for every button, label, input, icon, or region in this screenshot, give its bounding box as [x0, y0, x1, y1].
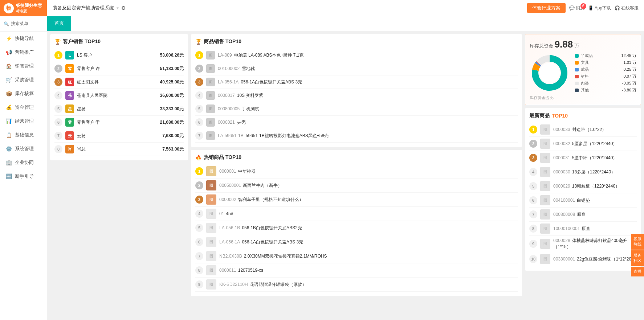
online-service-button[interactable]: 🎧 在线客服: [615, 5, 639, 11]
hot-product-item: 4 图 0145#: [195, 207, 518, 221]
sidebar-item-guide[interactable]: 🆕 新手引导: [0, 169, 47, 183]
rank-item: 8 肖 肖总 7,563.00元: [54, 143, 184, 156]
product-thumbnail: 图: [540, 124, 550, 135]
rank-number: 2: [195, 65, 203, 73]
rank-amount: 7,563.00元: [162, 146, 184, 152]
app-download-button[interactable]: 📱 App下载: [588, 5, 611, 11]
main-area: 装备及固定资产辅助管理系统 ▼ ⚙ 体验行业方案 💬 消息 6 📱 App下载 …: [47, 0, 644, 320]
rank-number: 1: [195, 167, 203, 175]
rank-number: 1: [54, 51, 62, 59]
float-btn-service[interactable]: 客服 热线: [631, 234, 644, 250]
rank-number: 5: [529, 182, 537, 190]
trial-button[interactable]: 体验行业方案: [527, 3, 566, 13]
float-btn-live[interactable]: 直播: [631, 267, 644, 276]
rank-avatar: 云: [65, 131, 74, 140]
sidebar-item-system[interactable]: ⚙️ 系统管理: [0, 142, 47, 156]
legend-value: 1.01 万: [624, 60, 636, 65]
rank-number: 3: [529, 154, 537, 162]
nav-tabs: 首页: [47, 16, 644, 31]
legend-item: 材料 0.07 万: [575, 74, 636, 79]
product-thumbnail: 图: [206, 166, 216, 176]
product-ranking-card: 🏆 商品销售 TOP10 1 图 LA-089电池盖 LA-089 ABS本色+…: [191, 34, 522, 147]
sidebar-item-basic[interactable]: 📋 基础信息: [0, 128, 47, 142]
sidebar-item-quick-nav[interactable]: ⚡ 快捷导航: [0, 32, 47, 45]
rank-number: 7: [529, 210, 537, 218]
rank-number: 6: [529, 196, 537, 204]
legend-value: 12.45 万: [621, 53, 636, 58]
product-thumbnail: 图: [540, 153, 550, 163]
donut-container: 半成品 12.45 万 文具 1.01 万 成品 0.25 万 材料 0.07 …: [530, 53, 636, 93]
legend-item: 其他 -3.86 万: [575, 87, 636, 93]
new-product-item: 4 图 000003018多层（1220*2440）: [529, 165, 637, 179]
customer-rank-list: 1 L LS 客户 53,006.26元 2 零 零售客户·许 51,183.0…: [54, 49, 184, 156]
rank-avatar: 图: [206, 78, 215, 86]
rank-number: 4: [195, 210, 203, 218]
rank-avatar: 图: [206, 131, 215, 140]
stock-icon: 📦: [5, 90, 12, 97]
hot-product-item: 2 图 000500001新西兰牛肉（新牛）: [195, 179, 518, 193]
sidebar-item-marketing[interactable]: 📢 营销推广: [0, 45, 47, 59]
guide-icon: 🆕: [5, 173, 12, 180]
product-thumbnail: 图: [540, 181, 550, 191]
product-info: 00000315厘中纤（1220*2440）: [553, 155, 637, 161]
product-thumbnail: 图: [540, 139, 550, 149]
rank-number: 2: [195, 181, 203, 189]
product-thumbnail: 图: [540, 167, 550, 177]
sidebar-logo: 畅 畅捷通好生意 标准版: [0, 0, 47, 16]
settings-icon[interactable]: ⚙: [121, 5, 126, 11]
dropdown-icon[interactable]: ▼: [116, 6, 119, 10]
rank-amount: 33,333.00元: [160, 106, 184, 112]
search-menu-button[interactable]: 🔍 搜索菜单: [4, 19, 43, 28]
float-buttons: 客服 热线 服务 社区 直播: [631, 234, 644, 276]
legend-dot: [575, 82, 579, 85]
float-btn-community[interactable]: 服务 社区: [631, 250, 644, 266]
product-info: LA-59651-1B59651-1B旋转投影灯电池盒ABS黑色+58壳: [218, 133, 518, 139]
new-products-card: 最新商品 TOP10 1 图 0000033封边带（1.0*22） 2 图 00…: [525, 108, 641, 271]
product-info: 0000033封边带（1.0*22）: [553, 127, 637, 133]
new-products-top-label: TOP10: [552, 113, 568, 119]
sidebar-item-purchase[interactable]: 🛒 采购管理: [0, 73, 47, 87]
rank-item: 4 苍 苍南县人民医院 36,600.00元: [54, 89, 184, 102]
rank-number: 3: [195, 78, 203, 86]
rank-avatar: 图: [206, 91, 215, 100]
product-rank-item: 3 图 LA-056-1A056-1A白色按键开关盖ABS 3壳: [195, 75, 518, 89]
legend-value: -3.86 万: [622, 87, 636, 93]
product-info: LA-089电池盖 LA-089 ABS本色+黑种 7.1克: [218, 52, 518, 58]
product-thumbnail: 图: [206, 180, 216, 190]
new-product-item: 10 图 00380000122g鱼豆腐·烧烤味（1*12*20）: [529, 252, 637, 266]
rank-avatar: 图: [206, 118, 215, 127]
sidebar-item-operation[interactable]: 📊 经营管理: [0, 114, 47, 128]
new-product-item: 2 图 00000325厘多层（1220*2440）: [529, 137, 637, 151]
donut-chart: [530, 53, 570, 93]
product-thumbnail: 图: [540, 209, 550, 220]
product-thumbnail: 图: [206, 251, 216, 261]
product-ranking-title: 🏆 商品销售 TOP10: [195, 38, 518, 45]
rank-avatar: 图: [206, 51, 215, 60]
hot-product-item: 8 图 000001112070519-xs: [195, 263, 518, 278]
sidebar-item-stock[interactable]: 📦 库存核算: [0, 87, 47, 100]
rank-amount: 53,006.26元: [160, 52, 184, 58]
product-rank-item: 5 图 000800005手机测试: [195, 102, 518, 116]
product-info: 0145#: [219, 211, 518, 216]
product-info: 000001710S 变料罗紫: [218, 93, 518, 99]
sidebar-item-company[interactable]: 🏢 企业协同: [0, 156, 47, 169]
rank-name: 肖总: [77, 146, 159, 152]
rank-item: 6 零 零售客户·于 21,680.00元: [54, 116, 184, 129]
product-info: LA-056-1A056-1A白色按键开关盖ABS 3壳: [219, 239, 518, 245]
rank-number: 8: [195, 266, 203, 274]
message-icon: 💬: [569, 5, 575, 11]
sidebar-item-sales[interactable]: 🏠 销售管理: [0, 59, 47, 73]
product-info: 001000002雪地靴: [218, 66, 518, 72]
sidebar-search-section[interactable]: 🔍 搜索菜单: [0, 16, 47, 32]
rank-number: 10: [529, 255, 537, 263]
sidebar-item-finance[interactable]: 💰 资金管理: [0, 100, 47, 114]
logo-icon: 畅: [4, 3, 14, 13]
new-product-item: 5 图 000002918颗粒板（1220*2440）: [529, 179, 637, 193]
rank-amount: 51,183.00元: [160, 66, 184, 72]
rank-number: 4: [54, 91, 62, 99]
message-button[interactable]: 💬 消息 6: [569, 5, 584, 11]
tab-home[interactable]: 首页: [47, 16, 71, 31]
customer-ranking-title: 🏆 客户销售 TOP10: [54, 38, 184, 45]
legend-label: 其他: [581, 87, 620, 93]
stock-footer-label: 库存资金占比: [530, 95, 636, 100]
